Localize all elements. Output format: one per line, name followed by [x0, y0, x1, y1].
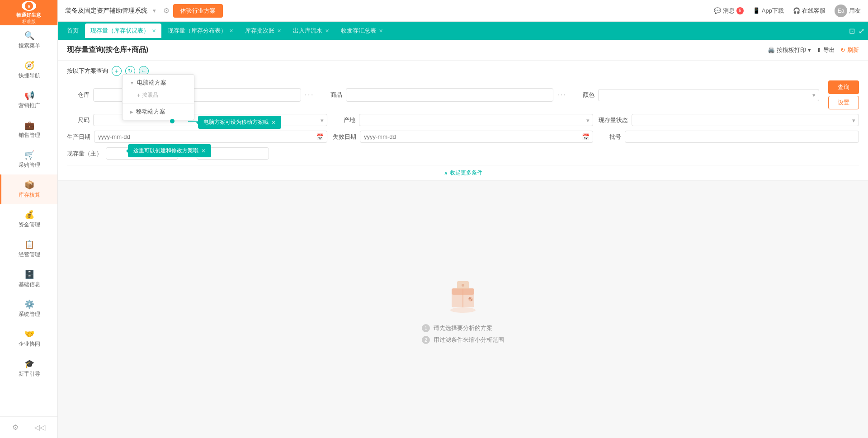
batch-field: 批号	[599, 131, 859, 143]
mfg-date-input[interactable]	[94, 131, 327, 143]
color-select[interactable]	[598, 89, 819, 101]
scheme-mobile-row[interactable]: ▶ 移动端方案	[123, 105, 194, 118]
sidebar-item-enterprise[interactable]: 🤝 企业协同	[0, 324, 57, 353]
sidebar-item-inventory[interactable]: 📦 库存核算	[0, 174, 57, 204]
tab-close-icon[interactable]: ✕	[325, 28, 329, 34]
sidebar-item-label: 新手引导	[19, 370, 40, 378]
collapse-icon: ∧	[444, 170, 448, 176]
guide-icon: 🧭	[24, 61, 34, 71]
sidebar-item-purchase[interactable]: 🛒 采购管理	[0, 145, 57, 174]
sidebar-item-search[interactable]: 🔍 搜索菜单	[0, 25, 57, 55]
exp-date-input-wrapper: 📅	[360, 131, 593, 143]
sidebar-item-system[interactable]: ⚙️ 系统管理	[0, 294, 57, 324]
exp-date-input[interactable]	[360, 131, 593, 143]
tooltip-2-text: 这里可以创建和修改方案哦	[133, 147, 198, 155]
sidebar-item-finance[interactable]: 💰 资金管理	[0, 204, 57, 234]
stock-status-select-wrapper	[632, 114, 859, 126]
scheme-add-row[interactable]: + 按照品	[123, 89, 194, 101]
user-action[interactable]: Ea 用友	[835, 5, 861, 17]
tab-maximize-icon[interactable]: ⤢	[859, 27, 864, 35]
system-dropdown-icon[interactable]: ▾	[153, 7, 156, 14]
sidebar-item-sales[interactable]: 💼 销售管理	[0, 115, 57, 145]
sidebar-item-guide[interactable]: 🧭 快捷导航	[0, 55, 57, 85]
tab-collect[interactable]: 收发存汇总表 ✕	[335, 24, 388, 38]
tab-inventory-dist[interactable]: 现存量（库存分布表） ✕	[162, 24, 239, 38]
refresh-label: 刷新	[847, 46, 859, 54]
refresh-btn[interactable]: ↻ 刷新	[840, 46, 859, 54]
tab-close-icon[interactable]: ✕	[152, 28, 156, 34]
goods-input[interactable]	[346, 88, 554, 102]
tip-text-1: 请先选择要分析的方案	[434, 324, 492, 332]
sidebar-item-label: 搜索菜单	[19, 42, 40, 50]
tab-close-icon[interactable]: ✕	[277, 28, 281, 34]
tab-label: 出入库流水	[293, 27, 322, 35]
purchase-icon: 🛒	[24, 150, 34, 160]
tab-inventory-status[interactable]: 现存量（库存状况表） ✕	[85, 24, 161, 38]
app-label: App下载	[762, 7, 784, 15]
tab-close-icon[interactable]: ✕	[379, 28, 383, 34]
message-label: 消息	[723, 7, 735, 15]
filter-area-container: 按以下方案查询 + ↻ ← 仓库 ··· 商品	[58, 61, 868, 181]
scheme-add-label: 按照品	[142, 91, 158, 99]
scheme-mobile-label: 移动端方案	[136, 108, 190, 116]
support-action[interactable]: 🎧 在线客服	[793, 7, 826, 15]
mfg-cal-icon[interactable]: 📅	[316, 133, 324, 141]
header-left: 装备及固定资产辅助管理系统 ▾ ⚙ 体验行业方案	[65, 4, 223, 18]
goods-dots[interactable]: ···	[557, 90, 566, 99]
settings-footer-btn[interactable]: ⚙	[10, 421, 20, 433]
tab-close-icon[interactable]: ✕	[229, 28, 233, 34]
sidebar-nav: 🔍 搜索菜单 🧭 快捷导航 📢 营销推广 💼 销售管理 🛒 采购管理 📦 库存核…	[0, 25, 57, 416]
header-settings-icon[interactable]: ⚙	[163, 6, 170, 15]
exp-cal-icon[interactable]: 📅	[582, 133, 590, 141]
export-btn[interactable]: ⬆ 导出	[816, 46, 835, 54]
sidebar-item-marketing[interactable]: 📢 营销推广	[0, 85, 57, 115]
scheme-computer-row[interactable]: ▼ 电脑端方案	[123, 76, 194, 89]
empty-state: 1 请先选择要分析的方案 2 用过滤条件来缩小分析范围	[58, 181, 868, 438]
print-label: 按模板打印	[777, 46, 806, 54]
export-icon: ⬆	[816, 47, 821, 53]
page-header: 现存量查询(按仓库+商品) 🖨️ 按模板打印 ▾ ⬆ 导出 ↻ 刷新	[58, 40, 868, 61]
collapse-footer-btn[interactable]: ◁◁	[33, 421, 47, 433]
tab-label: 现存量（库存分布表）	[168, 27, 226, 35]
exp-date-label: 失效日期	[333, 133, 356, 141]
message-action[interactable]: 💬 消息 6	[714, 7, 744, 15]
sales-icon: 💼	[24, 120, 34, 130]
tooltip-1: 电脑方案可设为移动方案哦 ✕	[198, 116, 281, 129]
refresh-icon: ↻	[840, 47, 845, 53]
page-title: 现存量查询(按仓库+商品)	[67, 45, 148, 55]
tab-bar: 首页 现存量（库存状况表） ✕ 现存量（库存分布表） ✕ 库存批次账 ✕ 出入库…	[58, 22, 868, 40]
sidebar-item-newbie[interactable]: 🎓 新手引导	[0, 353, 57, 383]
system-icon: ⚙️	[24, 299, 34, 309]
search-button[interactable]: 查询	[828, 80, 859, 94]
goods-label: 商品	[320, 91, 342, 99]
add-filter-btn[interactable]: +	[112, 66, 122, 76]
tooltip-1-close[interactable]: ✕	[271, 119, 276, 126]
stock-status-select[interactable]	[632, 114, 859, 126]
exp-date-field: 失效日期 📅	[333, 131, 593, 143]
setting-button[interactable]: 设置	[828, 96, 859, 109]
sidebar-item-label: 资金管理	[19, 221, 40, 229]
print-btn[interactable]: 🖨️ 按模板打印 ▾	[768, 46, 811, 54]
batch-input[interactable]	[625, 131, 859, 143]
sidebar-item-basic[interactable]: 🗄️ 基础信息	[0, 264, 57, 294]
svg-point-8	[471, 299, 472, 301]
warehouse-dots[interactable]: ···	[305, 90, 314, 99]
origin-select[interactable]	[359, 114, 593, 126]
scheme-panel: ▼ 电脑端方案 + 按照品 ▶ 移动端方案	[122, 74, 194, 120]
top-header: 装备及固定资产辅助管理系统 ▾ ⚙ 体验行业方案 💬 消息 6 📱 App下载 …	[58, 0, 868, 22]
tab-home[interactable]: 首页	[61, 27, 84, 35]
tooltip-2-close[interactable]: ✕	[201, 148, 206, 154]
app-action[interactable]: 📱 App下载	[753, 7, 784, 15]
tab-minimize-icon[interactable]: ⊡	[849, 27, 855, 35]
basic-icon: 🗄️	[24, 269, 34, 279]
tab-batch[interactable]: 库存批次账 ✕	[240, 24, 287, 38]
industry-btn[interactable]: 体验行业方案	[173, 4, 223, 18]
origin-select-wrapper	[359, 114, 593, 126]
sidebar-footer: ⚙ ◁◁	[0, 416, 57, 438]
sidebar-item-operation[interactable]: 📋 经营管理	[0, 234, 57, 264]
collapse-bar[interactable]: ∧ 收起更多条件	[67, 165, 859, 180]
message-icon: 💬	[714, 7, 721, 14]
scheme-computer-label: 电脑端方案	[137, 79, 190, 87]
tab-inout[interactable]: 出入库流水 ✕	[288, 24, 335, 38]
content-area: 现存量查询(按仓库+商品) 🖨️ 按模板打印 ▾ ⬆ 导出 ↻ 刷新	[58, 40, 868, 438]
